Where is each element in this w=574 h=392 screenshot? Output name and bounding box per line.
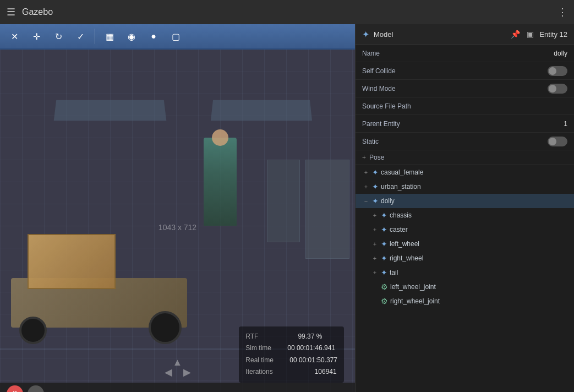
- casual-female-expand-icon[interactable]: +: [362, 169, 370, 176]
- fast-forward-button[interactable]: ⏭: [28, 385, 44, 392]
- model-icon: ✦: [362, 29, 369, 40]
- property-parent-entity-row: Parent Entity 1: [356, 115, 574, 133]
- tree-item-chassis[interactable]: + ✦ chassis: [356, 208, 574, 222]
- iterations-value: 106941: [282, 366, 337, 378]
- app-title: Gazebo: [22, 7, 53, 17]
- pose-expand-icon[interactable]: +: [362, 154, 366, 161]
- left-wheel-joint-label: left_wheel_joint: [390, 283, 436, 291]
- chassis-label: chassis: [390, 211, 412, 219]
- nav-arrows: ▲ ◀ ▶: [165, 357, 191, 377]
- entity-label: Entity 12: [539, 30, 567, 39]
- casual-female-label: casual_female: [381, 168, 423, 176]
- casual-female-model-icon: ✦: [372, 168, 379, 177]
- nav-up-arrow[interactable]: ▲: [173, 357, 183, 367]
- properties-panel: ✦ Model 📌 ▣ Entity 12 Name dolly Self Co…: [356, 24, 574, 165]
- right-wheel-expand-icon[interactable]: +: [371, 255, 379, 262]
- entity-tree-panel: + ✦ casual_female + ✦ urban_station − ✦ …: [356, 165, 574, 392]
- more-options-icon[interactable]: ⋮: [557, 6, 567, 18]
- static-toggle[interactable]: [548, 137, 567, 146]
- nav-left-arrow[interactable]: ◀: [165, 367, 172, 377]
- stats-overlay: RTF 99.37 % Sim time 00 00:01:46.941 Rea…: [239, 326, 344, 383]
- tail-label: tail: [390, 269, 398, 276]
- property-name-row: Name dolly: [356, 45, 574, 62]
- property-self-collide-row: Self Collide: [356, 62, 574, 80]
- wind-mode-toggle[interactable]: [548, 84, 567, 94]
- parent-entity-property-label: Parent Entity: [362, 120, 564, 128]
- self-collide-property-label: Self Collide: [362, 67, 548, 75]
- right-wheel-joint-label: right_wheel_joint: [390, 297, 440, 305]
- tree-item-casual-female[interactable]: + ✦ casual_female: [356, 165, 574, 179]
- pose-property-label: Pose: [369, 154, 567, 161]
- dolly-label: dolly: [381, 197, 395, 205]
- left-wheel-joint-icon: ⚙: [381, 282, 388, 291]
- viewport-size-label: 574 x 392: [158, 223, 196, 232]
- tail-model-icon: ✦: [381, 268, 387, 277]
- urban-station-expand-icon[interactable]: +: [362, 183, 370, 190]
- chassis-model-icon: ✦: [381, 211, 387, 220]
- right-panel: ✦ Model 📌 ▣ Entity 12 Name dolly Self Co…: [355, 24, 574, 392]
- name-property-value: dolly: [554, 50, 567, 57]
- rtf-label: RTF: [245, 331, 258, 343]
- sim-time-value: 00 00:01:46.941: [280, 342, 335, 355]
- select-tool-button[interactable]: ✕: [4, 26, 24, 46]
- sim-time-label: Sim time: [245, 342, 271, 355]
- self-collide-toggle[interactable]: [548, 66, 567, 76]
- toolbar-separator-1: [95, 29, 95, 44]
- translate-tool-button[interactable]: ✛: [26, 26, 46, 46]
- pause-button[interactable]: ⏸: [7, 385, 23, 392]
- left-wheel-joint-expand-icon: [371, 284, 379, 290]
- delete-tool-button[interactable]: ▢: [166, 26, 185, 46]
- real-time-label: Real time: [245, 355, 274, 367]
- left-wheel-expand-icon[interactable]: +: [371, 241, 379, 247]
- parent-entity-property-value: 1: [564, 120, 567, 128]
- tree-item-left-wheel-joint[interactable]: ⚙ left_wheel_joint: [356, 280, 574, 294]
- property-static-row: Static: [356, 133, 574, 150]
- rtf-value: 99.37 %: [267, 331, 322, 343]
- static-property-label: Static: [362, 138, 548, 145]
- playback-bar: ⏸ ⏭: [0, 383, 355, 392]
- rotate-tool-button[interactable]: ↻: [48, 26, 68, 46]
- urban-station-label: urban_station: [381, 183, 421, 190]
- caster-model-icon: ✦: [381, 225, 387, 234]
- panel-pin-button[interactable]: 📌: [510, 29, 521, 40]
- viewport[interactable]: 574 x 392 ▲ ◀ ▶ RTF 99.37 % Sim time 00…: [0, 50, 355, 392]
- tree-item-caster[interactable]: + ✦ caster: [356, 222, 574, 237]
- panel-header-controls: 📌 ▣: [510, 29, 535, 40]
- right-wheel-joint-icon: ⚙: [381, 297, 388, 306]
- chassis-expand-icon[interactable]: +: [371, 212, 379, 219]
- tree-item-left-wheel[interactable]: + ✦ left_wheel: [356, 237, 574, 251]
- shapes-tool-button[interactable]: ●: [144, 26, 163, 46]
- tree-item-dolly[interactable]: − ✦ dolly: [356, 194, 574, 208]
- properties-panel-title: Model: [374, 30, 505, 39]
- left-wheel-label: left_wheel: [390, 240, 419, 248]
- tree-item-right-wheel[interactable]: + ✦ right_wheel: [356, 251, 574, 265]
- scale-tool-button[interactable]: ✓: [70, 26, 90, 46]
- property-source-file-path-row: Source File Path: [356, 97, 574, 115]
- tree-item-tail[interactable]: + ✦ tail: [356, 265, 574, 280]
- right-wheel-model-icon: ✦: [381, 254, 387, 263]
- main-layout: ✕ ✛ ↻ ✓ ▦ ◉ ● ▢: [0, 24, 574, 392]
- topbar: ☰ Gazebo ⋮: [0, 0, 574, 24]
- panel-collapse-button[interactable]: ▣: [526, 29, 535, 40]
- tree-item-right-wheel-joint[interactable]: ⚙ right_wheel_joint: [356, 294, 574, 308]
- menu-icon[interactable]: ☰: [7, 6, 15, 18]
- source-file-path-property-label: Source File Path: [362, 102, 567, 110]
- tail-expand-icon[interactable]: +: [371, 269, 379, 276]
- urban-station-model-icon: ✦: [372, 182, 379, 191]
- wind-mode-property-label: Wind Mode: [362, 85, 548, 92]
- nav-right-arrow[interactable]: ▶: [183, 367, 191, 377]
- tree-item-urban-station[interactable]: + ✦ urban_station: [356, 179, 574, 194]
- property-wind-mode-row: Wind Mode: [356, 80, 574, 97]
- left-wheel-model-icon: ✦: [381, 239, 387, 248]
- view-tool-button[interactable]: ◉: [122, 26, 141, 46]
- caster-label: caster: [390, 226, 408, 233]
- grid-tool-button[interactable]: ▦: [100, 26, 119, 46]
- real-time-value: 00 00:01:50.377: [282, 355, 337, 367]
- name-property-label: Name: [362, 50, 554, 57]
- dolly-collapse-icon[interactable]: −: [362, 198, 370, 204]
- properties-panel-header: ✦ Model 📌 ▣ Entity 12: [356, 24, 574, 45]
- dolly-model-icon: ✦: [372, 197, 379, 205]
- caster-expand-icon[interactable]: +: [371, 226, 379, 233]
- iterations-label: Iterations: [245, 366, 272, 378]
- right-wheel-label: right_wheel: [390, 254, 423, 262]
